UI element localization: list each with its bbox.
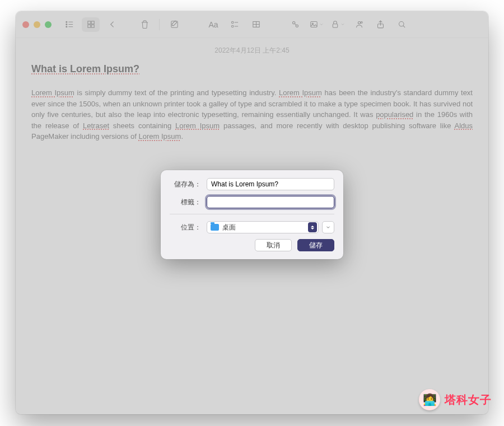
stepper-icon xyxy=(308,222,317,232)
lock-icon[interactable] xyxy=(329,17,347,32)
notes-window: Aa 2022年4月12日 上午2:45 What is Lorem Ipsum… xyxy=(16,11,488,414)
note-paragraph[interactable]: Lorem Ipsum is simply dummy text of the … xyxy=(31,87,473,142)
spellcheck-word: Lorem Ipsum xyxy=(139,132,181,141)
photos-icon[interactable] xyxy=(307,17,325,32)
watermark-avatar: 👩‍💻 xyxy=(419,389,440,410)
svg-rect-21 xyxy=(311,22,317,27)
expand-dialog-button[interactable] xyxy=(322,221,334,233)
watermark: 👩‍💻 塔科女子 xyxy=(419,389,492,410)
collaborate-icon[interactable] xyxy=(350,17,368,32)
svg-rect-7 xyxy=(91,21,94,24)
note-timestamp: 2022年4月12日 上午2:45 xyxy=(31,46,473,55)
svg-rect-9 xyxy=(91,25,94,27)
svg-point-11 xyxy=(231,21,234,24)
spellcheck-word: Aldus xyxy=(454,121,473,130)
trash-icon[interactable] xyxy=(136,17,153,32)
close-window-button[interactable] xyxy=(22,21,29,28)
location-label: 位置： xyxy=(170,223,201,232)
minimize-window-button[interactable] xyxy=(34,21,40,28)
svg-point-25 xyxy=(361,22,362,24)
svg-point-0 xyxy=(66,21,67,22)
checklist-icon[interactable] xyxy=(226,17,244,32)
tags-input[interactable] xyxy=(207,196,334,208)
location-value: 桌面 xyxy=(222,223,305,232)
compose-icon[interactable] xyxy=(165,17,183,32)
save-as-label: 儲存為： xyxy=(170,180,201,189)
save-button[interactable]: 儲存 xyxy=(297,239,334,251)
maximize-window-button[interactable] xyxy=(45,21,52,28)
table-icon[interactable] xyxy=(247,17,265,32)
window-controls xyxy=(22,21,52,28)
toolbar: Aa xyxy=(16,11,488,38)
svg-point-24 xyxy=(358,22,360,24)
spellcheck-word: Lorem Ipsum xyxy=(279,88,322,97)
svg-line-20 xyxy=(295,24,296,25)
svg-point-13 xyxy=(231,25,234,27)
grid-view-icon[interactable] xyxy=(82,17,100,32)
svg-rect-8 xyxy=(87,25,90,27)
svg-point-2 xyxy=(66,26,67,27)
spellcheck-word: Letraset xyxy=(83,121,109,130)
location-select[interactable]: 桌面 xyxy=(207,221,319,233)
folder-icon xyxy=(211,224,219,231)
spellcheck-word: popularised xyxy=(376,110,413,119)
cancel-button[interactable]: 取消 xyxy=(255,239,292,251)
search-icon[interactable] xyxy=(393,17,410,32)
svg-point-1 xyxy=(66,24,67,25)
save-dialog: 儲存為： 標籤： 位置： 桌面 取消 儲存 xyxy=(161,170,343,259)
svg-rect-6 xyxy=(87,21,90,24)
share-icon[interactable] xyxy=(371,17,389,32)
save-as-input[interactable] xyxy=(207,178,334,190)
spellcheck-word: What is Lorem Ipsum? xyxy=(31,63,139,74)
svg-point-27 xyxy=(399,22,404,27)
back-icon[interactable] xyxy=(103,17,121,32)
link-icon[interactable] xyxy=(286,17,304,32)
svg-line-28 xyxy=(403,26,404,27)
note-title[interactable]: What is Lorem Ipsum? xyxy=(31,63,473,75)
note-content: 2022年4月12日 上午2:45 What is Lorem Ipsum? L… xyxy=(16,38,488,150)
dialog-separator xyxy=(170,214,334,214)
spellcheck-word: Lorem Ipsum xyxy=(31,88,74,97)
watermark-text: 塔科女子 xyxy=(445,392,492,408)
svg-rect-23 xyxy=(333,24,338,27)
toolbar-separator xyxy=(159,19,160,30)
tags-label: 標籤： xyxy=(170,198,201,207)
list-view-icon[interactable] xyxy=(60,17,78,32)
spellcheck-word: Lorem Ipsum xyxy=(175,121,220,130)
font-icon[interactable]: Aa xyxy=(204,17,222,32)
